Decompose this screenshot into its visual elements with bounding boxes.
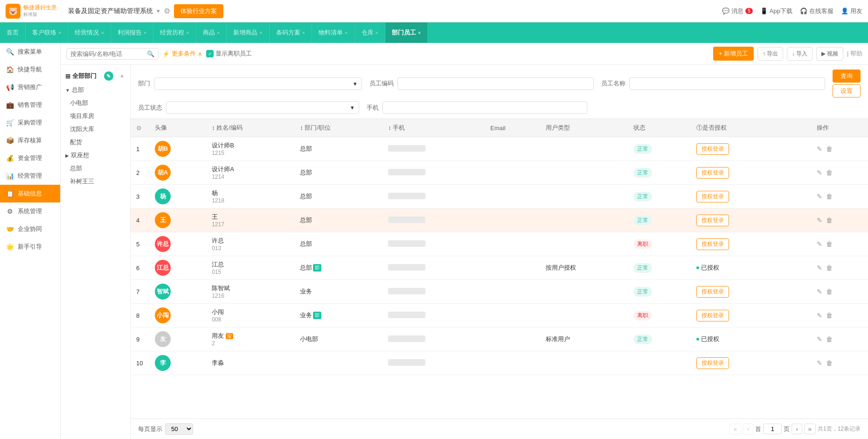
delete-icon[interactable]: 🗑 <box>826 312 833 319</box>
col-settings[interactable]: ⚙ <box>131 119 149 137</box>
authorize-button[interactable]: 授权登录 <box>696 310 729 321</box>
edit-icon[interactable]: ✎ <box>817 216 822 224</box>
row-auth[interactable]: 授权登录 <box>691 161 783 185</box>
dept-item-zongbu-child[interactable]: 总部 <box>61 162 130 175</box>
col-dept[interactable]: ↕ 部门/职位 <box>294 119 382 137</box>
prev-page-button[interactable]: ‹ <box>743 424 753 434</box>
per-page-select[interactable]: 50 100 200 <box>165 423 193 435</box>
system-dropdown-icon[interactable]: ▾ <box>157 7 160 14</box>
tab-bom[interactable]: 物料清单× <box>312 22 354 43</box>
authorize-button[interactable]: 授权登录 <box>696 357 729 369</box>
close-icon[interactable]: × <box>259 30 262 35</box>
user-avatar[interactable]: 👤 用友 <box>841 7 862 15</box>
tab-new-goods[interactable]: 新增商品× <box>227 22 269 43</box>
tab-operation[interactable]: 经营情况× <box>68 22 111 43</box>
search-input[interactable] <box>70 50 145 57</box>
trial-button[interactable]: 体验行业方案 <box>174 4 223 18</box>
dept-filter-select[interactable]: ▾ <box>154 77 362 90</box>
close-icon[interactable]: × <box>144 30 146 35</box>
help-button[interactable]: | 帮助 <box>847 49 862 58</box>
sidebar-item-inventory[interactable]: 📦 库存核算 <box>0 132 60 149</box>
edit-icon[interactable]: ✎ <box>817 145 822 153</box>
edit-icon[interactable]: ✎ <box>817 240 822 248</box>
delete-icon[interactable]: 🗑 <box>826 145 833 153</box>
close-icon[interactable]: × <box>302 30 305 35</box>
dept-item-bushu[interactable]: 补树王三 <box>61 175 130 188</box>
close-icon[interactable]: × <box>58 30 61 35</box>
more-conditions-button[interactable]: ⚡ 更多条件 ∧ <box>162 49 202 58</box>
col-name[interactable]: ↕ 姓名/编码 <box>206 119 294 137</box>
online-service-button[interactable]: 🎧 在线客服 <box>800 7 833 15</box>
app-download-button[interactable]: 📱 App下载 <box>760 7 792 15</box>
delete-icon[interactable]: 🗑 <box>826 359 833 367</box>
tab-home[interactable]: 首页 <box>0 22 26 43</box>
close-icon[interactable]: × <box>186 30 189 35</box>
close-icon[interactable]: × <box>217 30 220 35</box>
search-icon[interactable]: 🔍 <box>147 50 154 57</box>
delete-icon[interactable]: 🗑 <box>826 335 833 343</box>
tab-employees[interactable]: 部门员工× <box>385 22 428 43</box>
emp-name-input[interactable] <box>629 77 825 90</box>
sidebar-item-system[interactable]: ⚙ 系统管理 <box>0 202 60 220</box>
view-button[interactable]: ▶ 视频 <box>816 47 843 61</box>
next-page-button[interactable]: › <box>792 424 802 434</box>
delete-icon[interactable]: 🗑 <box>826 264 833 272</box>
close-icon[interactable]: × <box>375 30 378 35</box>
edit-icon[interactable]: ✎ <box>817 335 822 343</box>
edit-icon[interactable]: ✎ <box>817 312 822 319</box>
sidebar-item-basic[interactable]: 📋 基础信息 <box>0 185 60 202</box>
delete-icon[interactable]: 🗑 <box>826 193 833 200</box>
dept-item-shenyang[interactable]: 沈阳大库 <box>61 123 130 136</box>
import-button[interactable]: ↓ 导入 <box>787 47 812 61</box>
row-auth[interactable]: 已授权 <box>691 328 783 351</box>
tab-barcode[interactable]: 条码方案× <box>270 22 312 43</box>
row-auth[interactable]: 授权登录 <box>691 209 783 232</box>
settings-icon[interactable]: ⚙ <box>136 125 142 132</box>
dept-collapse-button[interactable]: « <box>120 73 124 79</box>
dept-item-peihuo[interactable]: 配货 <box>61 136 130 149</box>
close-icon[interactable]: × <box>101 30 104 35</box>
edit-icon[interactable]: ✎ <box>817 288 822 295</box>
sidebar-item-collab[interactable]: 🤝 企业协同 <box>0 220 60 238</box>
delete-icon[interactable]: 🗑 <box>826 240 833 248</box>
last-page-button[interactable]: » <box>804 424 816 434</box>
tab-warehouse[interactable]: 仓库× <box>355 22 385 43</box>
row-auth[interactable]: 授权登录 <box>691 280 783 304</box>
col-phone[interactable]: ↕ 手机 <box>382 119 485 137</box>
row-auth[interactable]: 已授权 <box>691 256 783 280</box>
emp-status-select[interactable]: ▾ <box>166 101 359 114</box>
sidebar-item-finance[interactable]: 💰 资金管理 <box>0 149 60 167</box>
search-button[interactable]: 查询 <box>833 70 861 83</box>
message-button[interactable]: 💬 消息 5 <box>722 7 753 15</box>
sidebar-item-purchase[interactable]: 🛒 采购管理 <box>0 114 60 132</box>
authorize-button[interactable]: 授权登录 <box>696 143 729 155</box>
authorize-button[interactable]: 授权登录 <box>696 215 729 226</box>
delete-icon[interactable]: 🗑 <box>826 169 833 176</box>
sidebar-item-nav[interactable]: 🏠 快捷导航 <box>0 61 60 78</box>
phone-input[interactable] <box>382 101 588 114</box>
dept-item-xiaodibu[interactable]: 小电部 <box>61 97 130 110</box>
sidebar-item-sales[interactable]: 💼 销售管理 <box>0 96 60 114</box>
authorize-button[interactable]: 授权登录 <box>696 167 729 179</box>
sidebar-item-guide[interactable]: 🌟 新手引导 <box>0 238 60 256</box>
edit-icon[interactable]: ✎ <box>817 193 822 200</box>
row-auth[interactable]: 授权登录 <box>691 185 783 209</box>
row-auth[interactable]: 授权登录 <box>691 232 783 256</box>
authorize-button[interactable]: 授权登录 <box>696 238 729 250</box>
dept-edit-icon[interactable]: ✎ <box>104 71 113 81</box>
edit-icon[interactable]: ✎ <box>817 169 822 176</box>
delete-icon[interactable]: 🗑 <box>826 288 833 295</box>
first-page-button[interactable]: « <box>729 424 741 434</box>
tab-goods[interactable]: 商品× <box>196 22 227 43</box>
dept-item-zongbu-parent[interactable]: ▼ 总部 <box>61 84 130 97</box>
edit-icon[interactable]: ✎ <box>817 359 822 367</box>
dept-item-project[interactable]: 项目库房 <box>61 110 130 123</box>
delete-icon[interactable]: 🗑 <box>826 216 833 224</box>
emp-code-input[interactable] <box>397 77 593 90</box>
settings-icon[interactable]: ⚙ <box>164 7 170 15</box>
close-icon[interactable]: × <box>418 30 421 35</box>
page-number-input[interactable] <box>763 424 782 434</box>
dept-item-shuangzuo[interactable]: ▶ 双座想 <box>61 149 130 162</box>
add-employee-button[interactable]: + 新增员工 <box>713 47 754 61</box>
authorize-button[interactable]: 授权登录 <box>696 191 729 202</box>
